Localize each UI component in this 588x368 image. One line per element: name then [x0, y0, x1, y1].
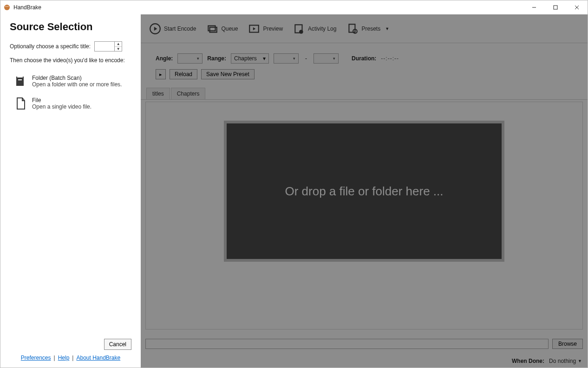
preferences-link[interactable]: Preferences — [21, 355, 51, 361]
activity-log-button[interactable]: Activity Log — [289, 23, 340, 35]
body: Start Encode Queue Preview Activity Log … — [0, 14, 588, 368]
preview-button[interactable]: Preview — [244, 23, 287, 35]
tab-chapters[interactable]: Chapters — [171, 88, 206, 99]
specific-title-stepper[interactable]: ▲ ▼ — [115, 41, 122, 52]
maximize-button[interactable] — [545, 0, 566, 14]
cancel-row: Cancel — [10, 339, 131, 350]
svg-rect-15 — [349, 24, 355, 32]
range-label: Range: — [207, 55, 226, 62]
svg-point-14 — [299, 30, 303, 34]
open-folder-title: Folder (Batch Scan) — [32, 75, 122, 81]
range-from[interactable]: ▾ — [274, 53, 299, 64]
save-new-preset-button[interactable]: Save New Preset — [201, 69, 255, 79]
activity-log-icon — [293, 23, 305, 35]
presets-label: Presets — [361, 26, 380, 32]
when-done-select[interactable]: Do nothing ▼ — [549, 358, 582, 364]
open-file-desc: Open a single video file. — [32, 103, 91, 110]
svg-rect-18 — [17, 76, 23, 77]
svg-rect-19 — [18, 79, 22, 80]
tab-titles[interactable]: titles — [146, 88, 170, 99]
close-button[interactable] — [566, 0, 588, 14]
specific-title-label: Optionally choose a specific title: — [10, 43, 91, 50]
angle-select[interactable]: ▾ — [177, 53, 203, 64]
help-link[interactable]: Help — [58, 355, 70, 361]
statusbar: When Done: Do nothing ▼ — [141, 355, 588, 368]
presets-button[interactable]: Presets ▼ — [343, 23, 393, 35]
preset-step-button[interactable]: ▸ — [156, 69, 166, 79]
range-type-select[interactable]: Chapters▾ — [231, 53, 269, 64]
start-encode-button[interactable]: Start Encode — [145, 23, 200, 35]
range-to[interactable]: ▾ — [314, 53, 339, 64]
handbrake-window: HandBrake Start Encode Queue — [0, 0, 588, 368]
chevron-down-icon: ▼ — [578, 359, 582, 363]
save-path-input[interactable] — [145, 339, 549, 349]
titlebar: HandBrake — [0, 0, 588, 14]
save-as-row: Browse — [145, 337, 583, 351]
open-file-title: File — [32, 97, 91, 103]
duration-value: --:--:-- — [381, 55, 399, 62]
svg-marker-12 — [253, 27, 255, 30]
svg-point-1 — [6, 6, 7, 7]
content-area: Or drop a file or folder here ... — [145, 102, 583, 329]
open-file-option[interactable]: File Open a single video file. — [15, 97, 131, 110]
footer-links: Preferences | Help | About HandBrake — [10, 355, 131, 364]
source-selection-heading: Source Selection — [10, 21, 131, 33]
preview-icon — [248, 23, 260, 35]
folder-icon — [15, 75, 26, 88]
duration-label: Duration: — [352, 55, 376, 62]
start-encode-label: Start Encode — [164, 26, 196, 32]
preview-label: Preview — [263, 26, 283, 32]
drop-zone[interactable]: Or drop a file or folder here ... — [224, 121, 504, 262]
title-spinner-row: Optionally choose a specific title: ▲ ▼ — [10, 41, 131, 52]
main-area: Start Encode Queue Preview Activity Log … — [141, 14, 588, 368]
about-link[interactable]: About HandBrake — [76, 355, 120, 361]
angle-label: Angle: — [156, 55, 173, 62]
queue-label: Queue — [221, 26, 238, 32]
titlebar-left: HandBrake — [3, 4, 41, 11]
reload-button[interactable]: Reload — [170, 69, 197, 79]
specific-title-input[interactable] — [94, 41, 115, 52]
presets-icon — [346, 23, 359, 35]
queue-icon — [206, 23, 218, 35]
when-done-label: When Done: — [512, 358, 544, 364]
window-title: HandBrake — [13, 4, 41, 11]
minimize-button[interactable] — [523, 0, 545, 14]
stepper-up-icon: ▲ — [115, 42, 122, 47]
play-icon — [149, 23, 161, 35]
svg-marker-8 — [154, 26, 157, 31]
browse-button[interactable]: Browse — [552, 339, 583, 349]
source-instruction: Then choose the video(s) you'd like to e… — [10, 57, 131, 64]
open-folder-option[interactable]: Folder (Batch Scan) Open a folder with o… — [15, 75, 131, 88]
file-icon — [15, 97, 26, 110]
tabs: titles Chapters — [141, 85, 588, 100]
title-angle-row: Angle: ▾ Range: Chapters▾ ▾ - ▾ Duration… — [150, 50, 588, 67]
preset-actions-row: ▸ Reload Save New Preset — [150, 67, 588, 82]
stepper-down-icon: ▼ — [115, 47, 122, 52]
open-folder-desc: Open a folder with one or more files. — [32, 81, 122, 88]
app-icon — [3, 4, 11, 11]
svg-point-2 — [7, 6, 8, 7]
range-dash: - — [303, 55, 309, 62]
svg-rect-17 — [16, 77, 24, 86]
svg-rect-4 — [554, 6, 557, 9]
queue-button[interactable]: Queue — [203, 23, 242, 35]
source-selection-panel: Source Selection Optionally choose a spe… — [0, 14, 141, 368]
toolbar: Start Encode Queue Preview Activity Log … — [141, 14, 588, 43]
cancel-button[interactable]: Cancel — [104, 339, 131, 350]
svg-point-0 — [4, 5, 10, 10]
drop-zone-text: Or drop a file or folder here ... — [285, 184, 443, 199]
window-controls — [523, 0, 588, 14]
chevron-down-icon: ▼ — [385, 26, 389, 31]
activity-log-label: Activity Log — [308, 26, 336, 32]
